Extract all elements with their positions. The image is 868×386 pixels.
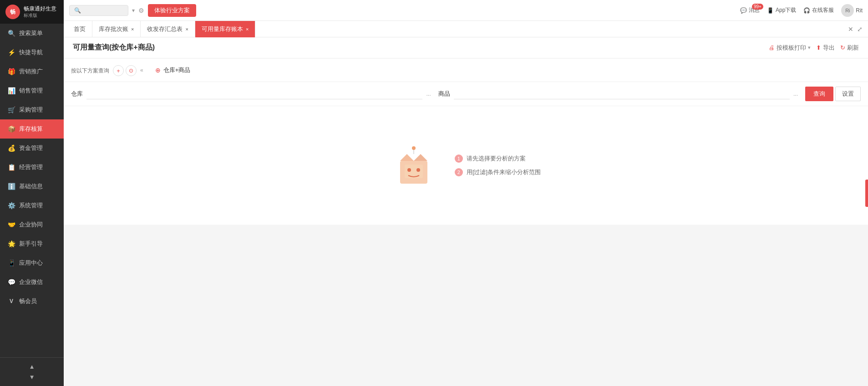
chevron-down-icon[interactable]: ▾ bbox=[132, 7, 135, 14]
tab-collect-summary[interactable]: 收发存汇总表 × bbox=[141, 21, 195, 37]
sidebar-item-operations[interactable]: 📋 经营管理 bbox=[0, 158, 64, 177]
product-label: 商品 bbox=[438, 90, 450, 98]
sidebar-item-finance[interactable]: 💰 资金管理 bbox=[0, 139, 64, 158]
topbar-actions: 💬 消息 99+ 📱 App下载 🎧 在线客服 Ri Rit bbox=[740, 4, 863, 17]
sidebar-item-basic[interactable]: ℹ️ 基础信息 bbox=[0, 177, 64, 196]
sidebar-item-search[interactable]: 🔍 搜索菜单 bbox=[0, 24, 64, 43]
app-title: 畅康通好生意 bbox=[24, 5, 56, 13]
print-button[interactable]: 🖨 按模板打印 ▾ bbox=[769, 44, 811, 52]
info-icon: ℹ️ bbox=[7, 183, 15, 190]
sidebar-item-appstore[interactable]: 📱 应用中心 bbox=[0, 253, 64, 273]
tip-number-2: 2 bbox=[455, 168, 463, 176]
sidebar-item-newbie[interactable]: 🌟 新手引导 bbox=[0, 234, 64, 253]
sidebar-scroll-up[interactable]: ▲ bbox=[4, 361, 60, 372]
empty-state: 1 请先选择要分析的方案 2 用[过滤]条件来缩小分析范围 bbox=[64, 106, 868, 225]
query-buttons: 查询 设置 bbox=[805, 87, 861, 101]
refresh-label: 刷新 bbox=[847, 44, 859, 52]
filter-scheme-item[interactable]: ⊕ 仓库+商品 bbox=[151, 64, 195, 76]
app-subtitle: 标准版 bbox=[24, 12, 56, 19]
sidebar-item-label: 应用中心 bbox=[19, 259, 43, 267]
online-service-button[interactable]: 🎧 在线客服 bbox=[803, 6, 834, 14]
user-profile[interactable]: Ri Rit bbox=[841, 4, 863, 17]
tab-home-label: 首页 bbox=[74, 25, 86, 33]
chart-icon: 📊 bbox=[7, 87, 15, 94]
app-download-label: App下载 bbox=[776, 6, 796, 14]
topbar-search-box[interactable]: 🔍 bbox=[69, 5, 128, 16]
query-button[interactable]: 查询 bbox=[805, 87, 833, 101]
product-input[interactable] bbox=[454, 88, 790, 99]
message-button[interactable]: 💬 消息 99+ bbox=[740, 6, 760, 14]
tabs-bar: 首页 库存批次账 × 收发存汇总表 × 可用量库存账本 × ✕ ⤢ bbox=[64, 21, 868, 37]
sidebar-item-purchase[interactable]: 🛒 采购管理 bbox=[0, 100, 64, 119]
content-area: 按以下方案查询 + ⊙ « ⊕ 仓库+商品 bbox=[64, 59, 868, 225]
sidebar-bottom: ▲ ▼ bbox=[0, 357, 64, 386]
tab-close-icon[interactable]: × bbox=[131, 26, 134, 32]
trial-button[interactable]: 体验行业方案 bbox=[148, 4, 196, 17]
sidebar-scroll-down[interactable]: ▼ bbox=[4, 372, 60, 382]
page-header-actions: 🖨 按模板打印 ▾ ⬆ 导出 ↻ 刷新 bbox=[769, 44, 859, 52]
username: Rit bbox=[856, 7, 863, 14]
sidebar-nav: 🔍 搜索菜单 ⚡ 快捷导航 🎁 营销推广 📊 销售管理 🛒 采购管理 📦 库存核… bbox=[0, 24, 64, 357]
tab-close-icon[interactable]: × bbox=[185, 26, 188, 32]
sidebar-item-inventory[interactable]: 📦 库存核算 bbox=[0, 119, 64, 139]
tab-collect-summary-label: 收发存汇总表 bbox=[147, 25, 183, 33]
filter-add-button[interactable]: + bbox=[113, 65, 124, 76]
window-buttons: ✕ ⤢ bbox=[843, 26, 868, 33]
settings-icon[interactable]: ⚙ bbox=[138, 7, 144, 14]
phone-icon: 📱 bbox=[7, 259, 15, 267]
svg-point-3 bbox=[416, 168, 420, 172]
filter-settings-button[interactable]: ⊙ bbox=[126, 65, 137, 76]
tab-batch-account[interactable]: 库存批次账 × bbox=[92, 21, 141, 37]
sidebar-item-marketing[interactable]: 🎁 营销推广 bbox=[0, 62, 64, 81]
sidebar-item-sales[interactable]: 📊 销售管理 bbox=[0, 81, 64, 100]
app-title-block: 畅康通好生意 标准版 bbox=[24, 5, 56, 19]
warehouse-label: 仓库 bbox=[71, 90, 83, 98]
sidebar-item-wechat[interactable]: 💬 企业微信 bbox=[0, 273, 64, 292]
page-title: 可用量查询(按仓库+商品) bbox=[73, 43, 155, 52]
printer-icon: 🖨 bbox=[769, 44, 775, 51]
warehouse-input[interactable] bbox=[86, 88, 422, 99]
wechat-icon: 💬 bbox=[7, 278, 15, 286]
cart-icon: 🛒 bbox=[7, 106, 15, 113]
tab-home[interactable]: 首页 bbox=[67, 21, 92, 37]
filter-panel: 按以下方案查询 + ⊙ « ⊕ 仓库+商品 bbox=[64, 59, 868, 82]
tab-close-icon[interactable]: × bbox=[246, 26, 249, 32]
empty-tips: 1 请先选择要分析的方案 2 用[过滤]条件来缩小分析范围 bbox=[455, 154, 541, 176]
empty-tip-2: 2 用[过滤]条件来缩小分析范围 bbox=[455, 168, 541, 176]
export-icon: ⬆ bbox=[816, 44, 821, 51]
sidebar-item-member[interactable]: V 畅会员 bbox=[0, 292, 64, 311]
sidebar: 畅 畅康通好生意 标准版 🔍 搜索菜单 ⚡ 快捷导航 🎁 营销推广 📊 销售管理… bbox=[0, 0, 64, 386]
search-icon: 🔍 bbox=[74, 7, 81, 14]
sidebar-item-system[interactable]: ⚙️ 系统管理 bbox=[0, 196, 64, 215]
warehouse-more[interactable]: ... bbox=[426, 91, 431, 97]
query-settings-button[interactable]: 设置 bbox=[835, 87, 861, 101]
sidebar-item-label: 营销推广 bbox=[19, 67, 43, 76]
right-scroll-indicator bbox=[865, 180, 868, 207]
print-chevron-icon: ▾ bbox=[808, 45, 811, 51]
star-icon: 🌟 bbox=[7, 240, 15, 247]
filter-settings-icon: ⊙ bbox=[129, 67, 133, 74]
refresh-button[interactable]: ↻ 刷新 bbox=[840, 44, 859, 52]
product-more[interactable]: ... bbox=[793, 91, 798, 97]
warehouse-field: 仓库 ... bbox=[71, 88, 431, 99]
tab-available-stock[interactable]: 可用量库存账本 × bbox=[195, 21, 255, 37]
sidebar-item-label: 系统管理 bbox=[19, 201, 43, 210]
empty-box-illustration bbox=[391, 143, 437, 188]
avatar: Ri bbox=[841, 4, 854, 17]
handshake-icon: 🤝 bbox=[7, 221, 15, 228]
svg-rect-1 bbox=[405, 165, 423, 178]
tip-text-2: 用[过滤]条件来缩小分析范围 bbox=[467, 168, 541, 176]
empty-state-content: 1 请先选择要分析的方案 2 用[过滤]条件来缩小分析范围 bbox=[391, 143, 541, 188]
sidebar-item-shortcut[interactable]: ⚡ 快捷导航 bbox=[0, 43, 64, 62]
sidebar-item-label: 畅会员 bbox=[19, 297, 37, 305]
filter-collapse-button[interactable]: « bbox=[140, 64, 143, 73]
maximize-window-button[interactable]: ⤢ bbox=[857, 26, 863, 33]
sidebar-item-enterprise[interactable]: 🤝 企业协同 bbox=[0, 215, 64, 234]
money-icon: 💰 bbox=[7, 144, 15, 152]
box-icon: 📦 bbox=[7, 125, 15, 133]
filter-scheme-list: ⊕ 仓库+商品 bbox=[151, 64, 195, 76]
gear-icon: ⚙️ bbox=[7, 202, 15, 209]
close-window-button[interactable]: ✕ bbox=[848, 26, 853, 33]
app-download-button[interactable]: 📱 App下载 bbox=[767, 6, 796, 14]
export-button[interactable]: ⬆ 导出 bbox=[816, 44, 835, 52]
